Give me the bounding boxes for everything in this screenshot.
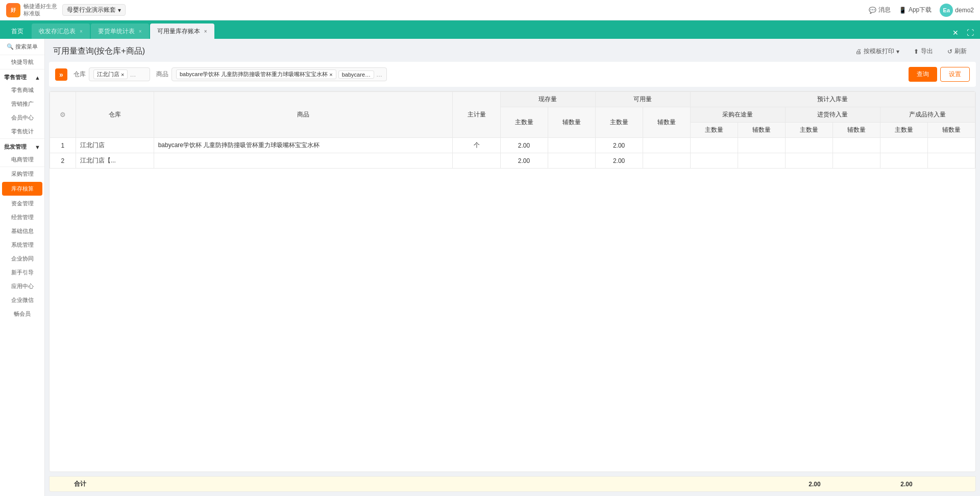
logo-area: 好 畅捷通好生意 标准版 xyxy=(6,3,57,17)
tab-available-stock[interactable]: 可用量库存账本 × xyxy=(150,23,214,39)
chevron-up-icon: ▲ xyxy=(35,75,40,81)
gear-icon[interactable]: ⚙ xyxy=(60,111,66,119)
tab-home[interactable]: 首页 xyxy=(4,23,31,39)
close-all-tabs-btn[interactable]: ✕ xyxy=(950,27,961,39)
nav-tabs: 首页 收发存汇总表 × 要货单统计表 × 可用量库存账本 × ✕ ⛶ xyxy=(0,20,980,39)
th-in-aux: 辅数量 xyxy=(832,123,880,138)
page-actions: 🖨 按模板打印 ▾ ⬆ 导出 ↺ 刷新 xyxy=(850,45,972,58)
sidebar-item-retail-stats[interactable]: 零售统计 xyxy=(0,125,44,138)
table-row: 1 江北门店 babycare学饮杯 儿童防摔防撞吸管杯重力球吸嘴杯宝宝水杯 个… xyxy=(50,138,975,153)
th-in-main: 主数量 xyxy=(785,123,832,138)
th-warehouse: 仓库 xyxy=(76,92,154,138)
tab-order-stats[interactable]: 要货单统计表 × xyxy=(91,23,149,39)
sidebar-item-inventory[interactable]: 库存核算 xyxy=(2,182,42,196)
sidebar-section-wholesale-title[interactable]: 批发管理 ▼ xyxy=(0,139,44,153)
sidebar-section-wholesale: 批发管理 ▼ 电商管理 xyxy=(0,139,44,167)
page-header: 可用量查询(按仓库+商品) 🖨 按模板打印 ▾ ⬆ 导出 ↺ 刷新 xyxy=(45,39,980,62)
logo-text: 畅捷通好生意 标准版 xyxy=(23,3,57,16)
filter-actions: 查询 设置 xyxy=(909,67,970,82)
warehouse-more-btn[interactable]: … xyxy=(130,71,136,78)
total-avail-main: 2.00 xyxy=(884,481,929,488)
close-tab-available-stock[interactable]: × xyxy=(204,29,207,34)
sidebar: 🔍 搜索菜单 快捷导航 零售管理 ▲ 零售商城 营销推广 会员中心 零售统计 批… xyxy=(0,39,45,496)
filter-warehouse: 仓库 江北门店 × … xyxy=(74,67,150,81)
data-table: ⚙ 仓库 商品 主计量 现存量 可用量 预计入库量 主数量 辅数量 主数量 辅数… xyxy=(50,91,975,169)
export-btn[interactable]: ⬆ 导出 xyxy=(909,45,938,58)
th-avail-aux: 辅数量 xyxy=(643,107,690,138)
filter-area: » 仓库 江北门店 × … 商品 babycare学饮杯 儿童防摔防撞吸管杯重力… xyxy=(49,62,976,87)
sidebar-section-retail-title[interactable]: 零售管理 ▲ xyxy=(0,69,44,83)
quick-nav-btn[interactable]: 快捷导航 xyxy=(0,55,44,69)
user-profile[interactable]: Ea demo2 xyxy=(940,4,974,17)
th-pur-aux: 辅数量 xyxy=(738,123,785,138)
sidebar-item-newbie[interactable]: 新手引导 xyxy=(0,266,44,279)
filter-toggle-btn[interactable]: » xyxy=(55,68,67,81)
sidebar-item-ecommerce[interactable]: 电商管理 xyxy=(0,153,44,167)
message-btn[interactable]: 💬 消息 xyxy=(869,6,891,14)
top-bar-right: 💬 消息 📱 App下载 Ea demo2 xyxy=(869,4,974,17)
th-stock-group: 现存量 xyxy=(500,92,595,107)
sidebar-item-wechat[interactable]: 企业微信 xyxy=(0,293,44,307)
remove-product1-icon[interactable]: × xyxy=(329,72,332,78)
download-icon: 📱 xyxy=(899,7,906,14)
sidebar-item-member[interactable]: 畅会员 xyxy=(0,307,44,321)
close-tab-receipts[interactable]: × xyxy=(80,29,83,34)
page-title: 可用量查询(按仓库+商品) xyxy=(53,46,145,57)
refresh-btn[interactable]: ↺ 刷新 xyxy=(942,45,972,58)
product-tag-1: babycare学饮杯 儿童防摔防撞吸管杯重力球吸嘴杯宝宝水杯 × xyxy=(176,69,336,79)
total-label: 合计 xyxy=(70,480,111,488)
th-stock-main: 主数量 xyxy=(500,107,548,138)
sidebar-item-marketing[interactable]: 营销推广 xyxy=(0,97,44,111)
avatar: Ea xyxy=(940,4,953,17)
th-gear[interactable]: ⚙ xyxy=(50,92,76,138)
sidebar-item-app-center[interactable]: 应用中心 xyxy=(0,279,44,293)
export-icon: ⬆ xyxy=(914,48,919,55)
print-btn[interactable]: 🖨 按模板打印 ▾ xyxy=(850,45,904,58)
search-icon: 🔍 xyxy=(7,43,14,50)
table-row: 2 江北门店【... 2.00 2.00 xyxy=(50,153,975,169)
refresh-icon: ↺ xyxy=(947,48,952,55)
th-avail-main: 主数量 xyxy=(595,107,643,138)
app-download-btn[interactable]: 📱 App下载 xyxy=(899,6,932,14)
th-pur-main: 主数量 xyxy=(690,123,738,138)
sidebar-item-enterprise[interactable]: 企业协同 xyxy=(0,252,44,266)
message-icon: 💬 xyxy=(869,7,876,14)
print-icon: 🖨 xyxy=(855,48,862,55)
setting-btn[interactable]: 设置 xyxy=(940,67,970,82)
chevron-down-icon: ▾ xyxy=(118,7,121,14)
table-wrap: ⚙ 仓库 商品 主计量 现存量 可用量 预计入库量 主数量 辅数量 主数量 辅数… xyxy=(49,91,976,472)
sidebar-item-system[interactable]: 系统管理 xyxy=(0,238,44,252)
product-tag-2: babycare… xyxy=(338,70,374,79)
product-input[interactable]: babycare学饮杯 儿童防摔防撞吸管杯重力球吸嘴杯宝宝水杯 × babyca… xyxy=(172,67,387,81)
th-available-group: 可用量 xyxy=(595,92,690,107)
remove-warehouse-icon[interactable]: × xyxy=(121,72,124,78)
filter-product: 商品 babycare学饮杯 儿童防摔防撞吸管杯重力球吸嘴杯宝宝水杯 × bab… xyxy=(156,67,387,81)
sidebar-item-retail-shop[interactable]: 零售商城 xyxy=(0,83,44,97)
fullscreen-btn[interactable]: ⛶ xyxy=(965,27,976,39)
chevron-down-icon: ▾ xyxy=(896,48,899,55)
th-purchase-group: 采购在途量 xyxy=(690,107,785,123)
sidebar-item-ops[interactable]: 经营管理 xyxy=(0,210,44,224)
total-row: 合计 2.00 2.00 xyxy=(49,476,976,492)
top-bar: 好 畅捷通好生意 标准版 母婴行业演示账套 ▾ 💬 消息 📱 App下载 Ea … xyxy=(0,0,980,20)
search-menu-btn[interactable]: 🔍 搜索菜单 xyxy=(0,39,44,55)
close-tab-order-stats[interactable]: × xyxy=(139,29,142,34)
sidebar-item-base-info[interactable]: 基础信息 xyxy=(0,224,44,238)
th-pp-main: 主数量 xyxy=(880,123,927,138)
industry-selector[interactable]: 母婴行业演示账套 ▾ xyxy=(62,4,126,16)
sidebar-item-member-center[interactable]: 会员中心 xyxy=(0,111,44,125)
product-more-btn[interactable]: … xyxy=(376,71,382,78)
th-product: 商品 xyxy=(154,92,453,138)
th-incoming-group: 进货待入量 xyxy=(785,107,880,123)
warehouse-input[interactable]: 江北门店 × … xyxy=(89,67,150,81)
tab-receipts[interactable]: 收发存汇总表 × xyxy=(32,23,90,39)
sidebar-item-finance[interactable]: 资金管理 xyxy=(0,197,44,210)
content-area: 可用量查询(按仓库+商品) 🖨 按模板打印 ▾ ⬆ 导出 ↺ 刷新 xyxy=(45,39,980,496)
nav-tabs-right: ✕ ⛶ xyxy=(950,27,976,39)
th-unit: 主计量 xyxy=(453,92,500,138)
sidebar-item-purchase[interactable]: 采购管理 xyxy=(0,167,44,181)
th-pp-aux: 辅数量 xyxy=(927,123,975,138)
sidebar-section-retail: 零售管理 ▲ 零售商城 营销推广 会员中心 零售统计 xyxy=(0,69,44,139)
query-btn[interactable]: 查询 xyxy=(909,67,937,82)
logo-icon: 好 xyxy=(6,3,20,17)
